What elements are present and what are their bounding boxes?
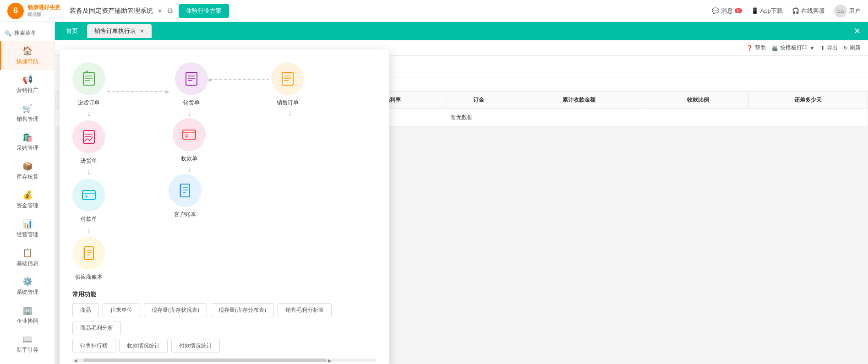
func-btn-stock-dist[interactable]: 现存量(库存分布表): [211, 303, 274, 317]
svg-rect-26: [180, 184, 190, 197]
right-flow-col: 销货单 ◀: [169, 62, 311, 218]
col-days-remaining: 还差多少天: [748, 92, 868, 109]
tab-bar: 首页 销售订单执行表 ✕ ✕: [55, 22, 868, 40]
payment-bill-label: 付款单: [81, 215, 97, 223]
sidebar-item-base-info[interactable]: 📋 基础信息: [0, 243, 55, 272]
sidebar-item-sales[interactable]: 🛒 销售管理: [0, 99, 55, 128]
scroll-left-btn[interactable]: ◀: [72, 357, 79, 364]
print-icon: 🖨️: [771, 45, 778, 51]
modal-box: 进货订单 ↓ 进货单 ↓: [60, 49, 389, 364]
left-flow-col: 进货订单 ↓ 进货单 ↓: [72, 62, 105, 281]
sidebar-item-purchase[interactable]: 🛍️ 采购管理: [0, 128, 55, 157]
common-functions-title: 常用功能: [72, 290, 377, 299]
func-btn-sales-profit[interactable]: 销售毛利分析表: [278, 303, 332, 317]
dropdown-icon[interactable]: ▼: [157, 7, 163, 15]
message-btn[interactable]: 💬 消息 6: [712, 7, 742, 15]
svg-rect-4: [83, 130, 94, 143]
search-menu-btn[interactable]: 🔍 搜索菜单: [0, 26, 55, 41]
payment-bill-node[interactable]: ¥ 付款单: [72, 179, 105, 223]
customer-book-label: 客户账本: [174, 211, 196, 218]
purchase-order-circle: [72, 62, 105, 95]
settings-icon[interactable]: ⚙: [167, 6, 173, 15]
sidebar-item-operations[interactable]: 📊 经营管理: [0, 214, 55, 243]
online-service-btn[interactable]: 🎧 在线客服: [792, 7, 825, 15]
func-buttons-row2: 销售排行榜 收款情况统计 付款情况统计: [72, 339, 377, 353]
user-avatar: Ea: [834, 5, 847, 17]
func-btn-sales-rank[interactable]: 销售排行榜: [72, 339, 115, 353]
operations-icon: 📊: [22, 219, 33, 229]
customer-book-node[interactable]: 客户账本: [169, 174, 202, 218]
sidebar-item-sys-mgmt[interactable]: ⚙️ 系统管理: [0, 272, 55, 301]
sales-order-circle: [271, 62, 304, 95]
svg-rect-15: [186, 72, 197, 85]
refresh-icon: ↻: [843, 45, 848, 51]
main-layout: 🔍 搜索菜单 🏠 快捷导航 📢 营销推广 🛒 销售管理 🛍️ 采购管理 📦 库存…: [0, 22, 868, 364]
help-btn[interactable]: ❓ 帮助: [746, 44, 766, 52]
func-btn-partner[interactable]: 往来单位: [103, 303, 140, 317]
func-btn-stock-status[interactable]: 现存量(库存状况表): [144, 303, 207, 317]
finance-icon: 💰: [22, 190, 33, 200]
trial-btn[interactable]: 体验行业方案: [179, 4, 229, 18]
arrow-down-2: ↓: [87, 165, 91, 179]
sidebar: 🔍 搜索菜单 🏠 快捷导航 📢 营销推广 🛒 销售管理 🛍️ 采购管理 📦 库存…: [0, 22, 55, 364]
receipt-bill-node-left[interactable]: ¥ 收款单: [173, 118, 206, 163]
app-logo-icon: 6: [7, 3, 24, 19]
sidebar-item-enterprise[interactable]: 🏢 企业协同: [0, 301, 55, 330]
refresh-btn[interactable]: ↻ 刷新: [843, 44, 861, 52]
down-arrows-row: ↓ ↓: [169, 107, 311, 118]
svg-rect-10: [84, 247, 93, 260]
sidebar-item-quick-nav[interactable]: 🏠 快捷导航: [0, 41, 55, 70]
func-btn-collection-stats[interactable]: 收款情况统计: [119, 339, 168, 353]
logo-text: 畅康通好生意 标准版: [27, 4, 60, 17]
content-area: 首页 销售订单执行表 ✕ ✕ ❓ 帮助 🖨️ 按模板打印 ▼: [55, 22, 868, 364]
sales-order-label: 销售订单: [277, 99, 299, 107]
home-icon: 🏠: [22, 46, 33, 56]
base-info-icon: 📋: [22, 248, 33, 258]
common-functions-section: 常用功能 商品 往来单位 现存量(库存状况表) 现存量(库存分布表) 销售毛利分…: [72, 290, 377, 353]
scroll-thumb[interactable]: [83, 359, 327, 362]
app-download-btn[interactable]: 📱 App下载: [751, 7, 783, 15]
headset-icon: 🎧: [792, 7, 799, 14]
receipt-bill-circle: ¥: [173, 118, 206, 151]
supplier-book-node[interactable]: 供应商账本: [72, 237, 105, 281]
func-btn-product[interactable]: 商品: [72, 303, 99, 317]
svg-rect-11: [83, 248, 85, 259]
tab-home[interactable]: 首页: [59, 24, 85, 38]
supplier-book-circle: [72, 237, 105, 270]
sidebar-item-inventory[interactable]: 📦 库存核算: [0, 157, 55, 185]
col-total-collected: 累计收款金额: [510, 92, 648, 109]
tab-sales-order[interactable]: 销售订单执行表 ✕: [87, 24, 152, 38]
top-header: 6 畅康通好生意 标准版 装备及固定资产辅助管理系统 ▼ ⚙ 体验行业方案 💬 …: [0, 0, 868, 22]
sidebar-item-new-guide[interactable]: 📖 新手引导: [0, 330, 55, 359]
sales-order-node[interactable]: 销售订单: [271, 62, 304, 107]
purchase-order-node[interactable]: 进货订单: [72, 62, 105, 107]
svg-rect-19: [282, 72, 293, 85]
svg-text:¥: ¥: [85, 194, 88, 199]
logo-area: 6 畅康通好生意 标准版: [7, 3, 62, 19]
tab-close-icon[interactable]: ✕: [140, 28, 144, 34]
help-icon: ❓: [746, 45, 753, 51]
h-arrow-1: ▶: [105, 75, 169, 108]
func-buttons-row1: 商品 往来单位 现存量(库存状况表) 现存量(库存分布表) 销售毛利分析表 商品…: [72, 303, 377, 335]
supplier-book-label: 供应商账本: [75, 273, 103, 281]
sidebar-item-marketing[interactable]: 📢 营销推广: [0, 70, 55, 99]
scroll-right-btn[interactable]: ▶: [327, 357, 333, 364]
sidebar-item-finance[interactable]: 💰 资金管理: [0, 185, 55, 214]
func-btn-payment-stats[interactable]: 付款情况统计: [171, 339, 220, 353]
export-btn[interactable]: ⬆ 导出: [820, 44, 838, 52]
page-content: ❓ 帮助 🖨️ 按模板打印 ▼ ⬆ 导出 ↻ 刷新: [55, 40, 868, 364]
header-right: 💬 消息 6 📱 App下载 🎧 在线客服 Ea 用户: [712, 5, 861, 17]
search-icon: 🔍: [5, 30, 11, 37]
home-tab-label: 首页: [66, 27, 78, 35]
purchase-bill-circle: [72, 120, 105, 153]
purchase-bill-node[interactable]: 进货单: [72, 120, 105, 165]
template-print-btn[interactable]: 🖨️ 按模板打印 ▼: [771, 44, 815, 52]
close-all-button[interactable]: ✕: [850, 24, 864, 38]
func-btn-product-profit[interactable]: 商品毛利分析: [72, 321, 121, 335]
sys-mgmt-icon: ⚙️: [22, 277, 33, 287]
user-menu[interactable]: Ea 用户: [834, 5, 861, 17]
middle-arrows: ▶: [105, 62, 169, 248]
sales-bill-circle: [175, 62, 208, 95]
system-title-area: 装备及固定资产辅助管理系统 ▼ ⚙: [70, 6, 173, 15]
sales-bill-node[interactable]: 销货单: [175, 62, 208, 107]
